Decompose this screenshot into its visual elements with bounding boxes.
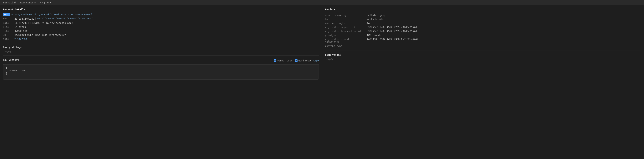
note-row: Note ✏ Add Note [3,38,319,40]
header-value: AWS Lambda [367,33,641,37]
word-wrap-checkbox[interactable] [295,59,298,62]
top-bar: Permalink Raw content Copy as ▾ [0,0,644,5]
request-url-link[interactable]: https://webhook.site/055a5ffe-586f-43c5-… [11,13,92,16]
header-value: 14 [367,21,641,25]
method-badge: POST [3,13,10,16]
header-value: b33755e3-fd8e-4552-b755-e3fd8e9552db [367,25,641,29]
header-key: content-type [325,44,367,48]
shodan-link[interactable]: Shodan [45,17,55,20]
format-json-checkbox-label[interactable]: Format JSON [274,59,292,62]
note-label: Note [3,38,14,40]
word-wrap-label: Word-Wrap [298,59,311,62]
pencil-icon: ✏ [14,38,16,40]
main-layout: Request Details POST https://webhook.sit… [0,5,644,157]
right-panel: Headers accept-encodingdeflate, gziphost… [322,5,644,157]
left-panel: Request Details POST https://webhook.sit… [0,5,322,157]
date-label: Date [3,22,14,24]
form-values-title: Form values [325,53,641,56]
date-value: 11/21/2024 1:36:08 PM (a few seconds ago… [14,22,73,24]
permalink-link[interactable]: Permalink [3,1,16,4]
netify-link[interactable]: Netify [56,17,66,20]
format-json-label: Format JSON [277,59,292,62]
query-strings-empty: (empty) [3,50,319,53]
virustotal-link[interactable]: VirusTotal [78,17,93,20]
raw-content-controls: Format JSON Word-Wrap Copy [274,59,319,62]
id-value: ea308ac0-03bf-416c-883d-797dfb2cc16f [14,34,66,36]
divider-2 [3,56,319,56]
raw-content-box: { "value": "AA" } [3,64,319,80]
size-value: 14 bytes [14,26,26,28]
header-value: 4433080a-3182-4d62-b308-0a3182bd6242 [367,37,641,44]
censys-link[interactable]: Censys [67,17,77,20]
id-label: ID [3,34,14,36]
add-note-label: Add Note [17,38,27,40]
word-wrap-checkbox-label[interactable]: Word-Wrap [295,59,311,62]
raw-content-header: Raw Content Format JSON Word-Wrap Copy [3,58,319,63]
raw-content-link[interactable]: Raw content [20,1,36,4]
header-key: x-gravitee-transaction-id [325,29,367,33]
query-strings-title: Query strings [3,46,319,49]
header-row: content-length14 [325,21,641,25]
url-row: POST https://webhook.site/055a5ffe-586f-… [3,13,319,16]
host-ip: 20.234.248.252 [14,17,34,20]
request-details-title: Request Details [3,8,319,11]
header-key: host [325,17,367,21]
time-label: Time [3,30,14,32]
format-json-checkbox[interactable] [274,59,276,62]
size-label: Size [3,26,14,28]
copy-as-button[interactable]: Copy as ▾ [40,1,51,4]
header-row: x-gravitee-request-idb33755e3-fd8e-4552-… [325,25,641,29]
header-key: x-gravitee-request-id [325,25,367,29]
headers-table: accept-encodingdeflate, gziphostwebhook.… [325,13,641,48]
raw-content-title: Raw Content [3,58,19,61]
size-row: Size 14 bytes [3,26,319,28]
header-value [367,44,641,48]
header-value: deflate, gzip [367,13,641,17]
header-value: b33755e3-fd8e-4552-b755-e3fd8e9552db [367,29,641,33]
top-bar-links: Permalink Raw content Copy as ▾ [3,1,51,4]
header-value: webhook.site [367,17,641,21]
headers-title: Headers [325,8,641,11]
header-row: content-type [325,44,641,48]
header-key: x-gravitee-client-identifier [325,37,367,44]
header-key: accept-encoding [325,13,367,17]
form-values-empty: (empty) [325,58,641,61]
header-key: content-length [325,21,367,25]
time-row: Time 0.000 sec [3,30,319,32]
id-row: ID ea308ac0-03bf-416c-883d-797dfb2cc16f [3,34,319,36]
raw-content-copy-button[interactable]: Copy [314,59,319,62]
time-value: 0.000 sec [14,30,27,32]
header-row: plantypeAWS Lambda [325,33,641,37]
header-row: accept-encodingdeflate, gzip [325,13,641,17]
header-row: x-gravitee-client-identifier4433080a-318… [325,37,641,44]
copy-as-arrow-icon: ▾ [50,1,51,4]
header-row: hostwebhook.site [325,17,641,21]
add-note-button[interactable]: ✏ Add Note [14,38,27,40]
divider-3 [325,51,641,51]
header-row: x-gravitee-transaction-idb33755e3-fd8e-4… [325,29,641,33]
host-label: Host [3,17,14,20]
header-key: plantype [325,33,367,37]
date-row: Date 11/21/2024 1:36:08 PM (a few second… [3,22,319,24]
host-row: Host 20.234.248.252 Whois Shodan Netify … [3,17,319,20]
whois-link[interactable]: Whois [36,17,44,20]
